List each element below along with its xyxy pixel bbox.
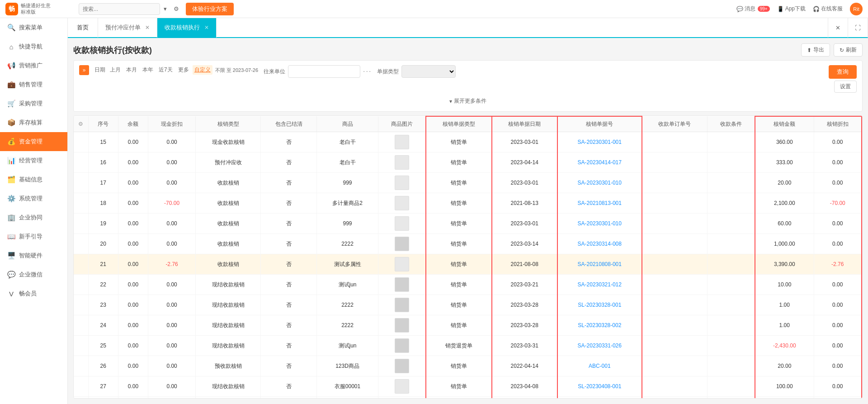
date-more[interactable]: 更多 [176, 65, 191, 75]
cell-doc-date: 2023-04-14 [492, 152, 557, 173]
cell-receipt-order-no [642, 356, 708, 376]
collapse-arrow-btn[interactable]: » [79, 65, 89, 75]
filter-settings-btn[interactable]: 设置 [834, 81, 857, 93]
tab-writeoff[interactable]: 收款核销执行 ✕ [157, 18, 217, 38]
partner-more-icon[interactable]: ··· [363, 67, 372, 76]
product-image [395, 277, 409, 292]
date-this-month[interactable]: 本月 [124, 65, 139, 75]
sidebar-item-search[interactable]: 🔍搜索菜单 [0, 18, 67, 37]
col-product: 商品 [317, 116, 378, 132]
doc-no-link[interactable]: SA-20230301-010 [578, 220, 622, 227]
online-service-btn[interactable]: 🎧 在线客服 [813, 5, 843, 13]
sidebar-item-nav[interactable]: ⌂快捷导航 [0, 37, 67, 56]
sidebar-item-system[interactable]: ⚙️系统管理 [0, 189, 67, 208]
doctype-select[interactable] [401, 65, 456, 78]
export-btn[interactable]: ⬆ 导出 [801, 43, 830, 57]
cell-balance: 0.00 [118, 173, 148, 193]
doc-no-link[interactable]: SL-20230328-002 [578, 322, 621, 328]
doc-no-link[interactable]: SA-20230414-017 [578, 159, 622, 166]
sidebar-item-sales[interactable]: 💼销售管理 [0, 75, 67, 94]
date-custom[interactable]: 自定义 [193, 65, 212, 75]
doc-no-link[interactable]: SA-20230314-008 [578, 241, 622, 247]
sidebar-item-operations[interactable]: 📊经营管理 [0, 151, 67, 170]
sidebar-item-basic[interactable]: 🗂️基础信息 [0, 170, 67, 189]
query-btn[interactable]: 查询 [829, 65, 857, 79]
partner-input[interactable] [288, 65, 360, 78]
cell-settings [74, 254, 88, 275]
cell-receipt-condition [707, 376, 755, 397]
date-this-year[interactable]: 本年 [141, 65, 155, 75]
industry-solution-btn[interactable]: 体验行业方案 [186, 3, 234, 15]
date-last-month[interactable]: 上月 [108, 65, 123, 75]
settings-icon[interactable]: ⚙ [170, 3, 182, 15]
cell-settings [74, 234, 88, 254]
cell-cash-discount: 0.00 [148, 234, 196, 254]
expand-more-btn[interactable]: ▾ 展开更多条件 [79, 95, 857, 107]
product-image [395, 155, 409, 170]
sidebar-item-finance[interactable]: 💰资金管理 [0, 132, 67, 151]
search-icon: 🔍 [7, 24, 15, 32]
top-search-input[interactable] [79, 3, 160, 15]
cell-receipt-condition [707, 356, 755, 376]
app-download-btn[interactable]: 📱 App下载 [777, 5, 806, 13]
refresh-btn[interactable]: ↻ 刷新 [834, 43, 863, 57]
doc-no-link[interactable]: SA-20210808-001 [578, 261, 622, 267]
top-bar: 畅 畅捷通好生意标准版 ▾ ⚙ 体验行业方案 💬 消息 99+ 📱 App下载 … [0, 0, 868, 18]
date-range-display: 不限 至 2023-07-26 [215, 67, 258, 74]
product-image [395, 379, 409, 394]
cell-receipt-order-no [642, 234, 708, 254]
sidebar-item-inventory[interactable]: 📦库存核算 [0, 113, 67, 132]
tab-writeoff-close[interactable]: ✕ [204, 24, 209, 31]
sidebar-item-purchase[interactable]: 🛒采购管理 [0, 94, 67, 113]
doc-no-link[interactable]: SA-20210813-001 [578, 200, 622, 206]
date-7days[interactable]: 近7天 [157, 65, 175, 75]
maximize-btn[interactable]: ⛶ [848, 18, 868, 38]
doc-no-link[interactable]: SA-20230321-012 [578, 281, 622, 288]
sidebar-item-wechat[interactable]: 💬企业微信 [0, 265, 67, 284]
cell-product: 测试jun [317, 275, 378, 295]
tab-prepay-close[interactable]: ✕ [145, 24, 150, 31]
cell-no: 17 [88, 173, 118, 193]
sidebar-item-marketing[interactable]: 📢营销推广 [0, 56, 67, 75]
doc-no-link[interactable]: SA-20230301-010 [578, 180, 622, 186]
col-settings[interactable]: ⚙ [74, 116, 88, 132]
doc-no-link[interactable]: SA-20230301-001 [578, 139, 622, 145]
doc-no-link[interactable]: SL-20230408-001 [578, 383, 621, 390]
doc-no-link[interactable]: SA-20230331-026 [578, 342, 622, 349]
sidebar-label-operations: 经营管理 [19, 157, 42, 165]
user-avatar[interactable]: Rit [850, 3, 863, 15]
product-image [395, 359, 409, 373]
cell-doc-date: 2021-08-08 [492, 254, 557, 275]
cell-settings [74, 173, 88, 193]
sidebar-item-vip[interactable]: V畅会员 [0, 284, 67, 303]
tab-prepay[interactable]: 预付冲应付单 ✕ [98, 18, 157, 38]
data-table-container: ⚙ 序号 余额 现金折扣 核销类型 包含已结清 商品 商品图片 核销单据类型 核… [73, 115, 863, 399]
messages-btn[interactable]: 💬 消息 99+ [736, 5, 770, 13]
tab-home[interactable]: 首页 [68, 18, 98, 38]
close-tab-btn[interactable]: ✕ [828, 18, 848, 38]
cell-writeoff-discount: 0.00 [814, 152, 862, 173]
cell-balance: 0.00 [118, 376, 148, 397]
cell-cash-discount: 0.00 [148, 275, 196, 295]
cell-product-image [378, 214, 426, 234]
dropdown-arrow-icon[interactable]: ▾ [164, 5, 167, 12]
sidebar-item-hardware[interactable]: 🖥️智能硬件 [0, 246, 67, 265]
col-balance: 余额 [118, 116, 148, 132]
cell-receipt-condition [707, 214, 755, 234]
cell-writeoff-type: 现结收款核销 [196, 315, 261, 336]
cell-writeoff-amount: 333.00 [755, 152, 814, 173]
page-header: 收款核销执行(按收款) ⬆ 导出 ↻ 刷新 [73, 43, 863, 57]
headset-icon: 🎧 [813, 6, 820, 12]
cell-doc-no: SA-20230414-017 [557, 152, 642, 173]
cell-product-image [378, 254, 426, 275]
doc-no-link[interactable]: SL-20230328-001 [578, 302, 621, 308]
cell-product: 999 [317, 214, 378, 234]
avatar-icon: Rit [850, 3, 863, 15]
cell-writeoff-type: 现结收款核销 [196, 336, 261, 356]
sidebar-item-corp[interactable]: 🏢企业协同 [0, 208, 67, 227]
sidebar-item-guide[interactable]: 📖新手引导 [0, 227, 67, 246]
doc-no-link[interactable]: ABC-001 [589, 363, 611, 369]
cell-settings [74, 275, 88, 295]
cell-product: 2222 [317, 397, 378, 399]
cell-balance: 0.00 [118, 152, 148, 173]
